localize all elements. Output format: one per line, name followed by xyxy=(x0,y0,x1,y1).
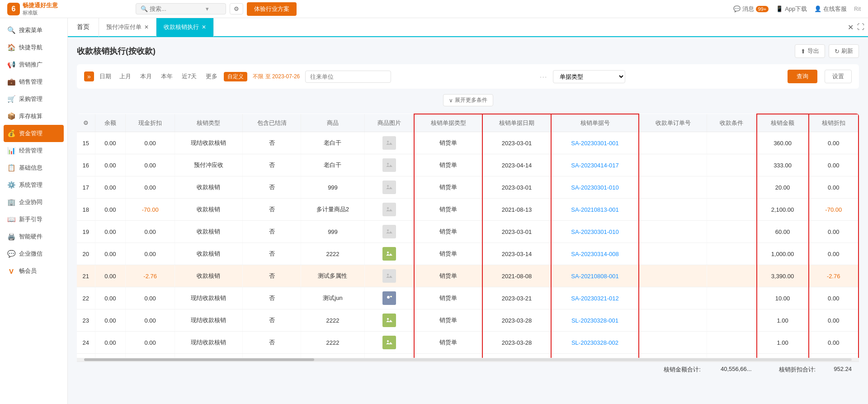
query-button[interactable]: 查询 xyxy=(788,70,817,83)
sidebar-item-business[interactable]: 📊 经营管理 xyxy=(0,142,67,159)
cell-receipt-condition xyxy=(707,132,757,154)
tab-collection[interactable]: 收款核销执行 ✕ xyxy=(156,18,214,37)
cell-hx-doc-no[interactable]: SL-20230328-002 xyxy=(551,332,639,354)
hx-doc-no-link[interactable]: SA-20230301-010 xyxy=(571,228,619,235)
tab-home[interactable]: 首页 xyxy=(68,18,99,37)
cell-product-img xyxy=(364,176,414,199)
hx-doc-no-link[interactable]: SA-20230301-010 xyxy=(571,184,619,191)
cell-cash-discount: 0.00 xyxy=(126,243,175,265)
cell-hx-doc-no[interactable]: SA-20210813-001 xyxy=(551,199,639,221)
th-hx-doc-no: 核销单据号 xyxy=(551,114,639,132)
date-filter-label: 日期 xyxy=(99,72,111,81)
sidebar-item-marketing[interactable]: 📢 营销推广 xyxy=(0,56,67,73)
cell-hx-doc-date: 2023-03-28 xyxy=(482,332,551,354)
cell-hx-doc-no[interactable]: SA-20230331-026 xyxy=(551,354,639,358)
hx-doc-no-link[interactable]: SA-20230414-017 xyxy=(571,162,619,169)
cell-hx-doc-no[interactable]: SL-20230328-001 xyxy=(551,309,639,332)
hx-doc-no-link[interactable]: SL-20230328-002 xyxy=(571,339,618,346)
hx-doc-no-link[interactable]: SA-20230321-012 xyxy=(571,295,619,302)
refresh-icon: ↻ xyxy=(835,48,840,55)
sidebar-item-guide[interactable]: 📖 新手引导 xyxy=(0,211,67,228)
tab-collection-close[interactable]: ✕ xyxy=(202,24,206,30)
sidebar-item-sales[interactable]: 💼 销售管理 xyxy=(0,73,67,90)
search-area[interactable]: 🔍 ▾ xyxy=(136,3,226,14)
doc-type-select[interactable]: 单据类型 xyxy=(553,70,625,83)
tab-maximize-icon[interactable]: ⛶ xyxy=(857,23,864,31)
online-service-label: 在线客服 xyxy=(823,5,847,13)
sidebar-item-baseinfo[interactable]: 📋 基础信息 xyxy=(0,159,67,176)
export-button[interactable]: ⬆ 导出 xyxy=(795,44,825,58)
sidebar-item-wechat[interactable]: 💬 企业微信 xyxy=(0,245,67,262)
this-month-btn[interactable]: 本月 xyxy=(137,71,155,81)
more-btn[interactable]: 更多 xyxy=(203,71,220,81)
cell-product: 2222 xyxy=(301,243,365,265)
sidebar-item-enterprise[interactable]: 🏢 企业协同 xyxy=(0,194,67,211)
recent7-btn[interactable]: 近7天 xyxy=(179,71,199,81)
cell-hx-doc-date: 2023-03-21 xyxy=(482,287,551,309)
cell-product: 999 xyxy=(301,221,365,243)
main-content: 首页 预付冲应付单 ✕ 收款核销执行 ✕ ✕ ⛶ 收款核销执行(按收款) xyxy=(68,18,868,404)
hx-doc-no-link[interactable]: SA-20230301-001 xyxy=(571,140,619,147)
tab-prepay-close[interactable]: ✕ xyxy=(144,24,149,30)
table-header-row: ⚙ 余额 现金折扣 核销类型 包含已结清 商品 商品图片 核销单据类型 核销单据… xyxy=(77,114,859,132)
sidebar-item-inventory[interactable]: 📦 库存核算 xyxy=(0,108,67,125)
last-month-btn[interactable]: 上月 xyxy=(117,71,134,81)
svg-rect-0 xyxy=(385,139,393,147)
cell-cash-discount: 0.00 xyxy=(126,221,175,243)
cell-no: 24 xyxy=(77,332,95,354)
this-year-btn[interactable]: 本年 xyxy=(158,71,175,81)
product-img xyxy=(382,247,396,261)
online-service-item[interactable]: 👤 在线客服 xyxy=(814,5,847,13)
sidebar-item-quicknav[interactable]: 🏠 快捷导航 xyxy=(0,39,67,56)
cell-product: 测试jun xyxy=(301,287,365,309)
table-row: 16 0.00 0.00 预付冲应收 否 老白干 销货单 2023-04-14 … xyxy=(77,154,859,176)
sidebar-item-purchase[interactable]: 🛒 采购管理 xyxy=(0,90,67,108)
sidebar-item-finance[interactable]: 💰 资金管理 xyxy=(4,125,64,142)
refresh-button[interactable]: ↻ 刷新 xyxy=(829,44,859,58)
hx-doc-no-link[interactable]: SA-20210808-001 xyxy=(571,273,619,280)
svg-point-15 xyxy=(387,296,390,299)
filter-expand-button[interactable]: » xyxy=(84,71,94,81)
cell-hx-doc-no[interactable]: SA-20230301-001 xyxy=(551,132,639,154)
cell-hx-doc-no[interactable]: SA-20230414-017 xyxy=(551,154,639,176)
svg-rect-2 xyxy=(385,161,393,169)
cell-hx-doc-no[interactable]: SA-20210808-001 xyxy=(551,265,639,287)
gear-button[interactable]: ⚙ xyxy=(230,3,243,14)
cell-hx-doc-date: 2023-03-01 xyxy=(482,221,551,243)
th-hx-amount: 核销金额 xyxy=(757,114,809,132)
hx-doc-no-link[interactable]: SA-20230314-008 xyxy=(571,251,619,257)
tab-prepay[interactable]: 预付冲应付单 ✕ xyxy=(99,18,156,37)
baseinfo-icon: 📋 xyxy=(7,164,15,172)
sidebar-item-member[interactable]: V 畅会员 xyxy=(0,262,67,280)
cell-hx-doc-no[interactable]: SA-20230301-010 xyxy=(551,221,639,243)
hx-doc-no-link[interactable]: SA-20210813-001 xyxy=(571,206,619,213)
table-wrapper[interactable]: ⚙ 余额 现金折扣 核销类型 包含已结清 商品 商品图片 核销单据类型 核销单据… xyxy=(77,114,859,358)
table-container: ⚙ 余额 现金折扣 核销类型 包含已结清 商品 商品图片 核销单据类型 核销单据… xyxy=(77,114,859,377)
cell-hx-doc-no[interactable]: SA-20230314-008 xyxy=(551,243,639,265)
custom-date-btn[interactable]: 自定义 xyxy=(224,72,247,81)
from-unit-input[interactable] xyxy=(305,71,391,83)
cell-cash-discount: 0.00 xyxy=(126,132,175,154)
cell-hx-doc-no[interactable]: SA-20230321-012 xyxy=(551,287,639,309)
expand-more-button[interactable]: ∨ 展开更多条件 xyxy=(443,94,493,106)
cell-hx-doc-no[interactable]: SA-20230301-010 xyxy=(551,176,639,199)
scroll-bar[interactable] xyxy=(77,358,859,361)
hx-doc-no-link[interactable]: SL-20230328-001 xyxy=(571,317,618,324)
table-row: 19 0.00 0.00 收款核销 否 999 销货单 2023-03-01 S… xyxy=(77,221,859,243)
sidebar-item-label: 基础信息 xyxy=(19,164,42,172)
sidebar-item-search[interactable]: 🔍 搜索菜单 xyxy=(0,22,67,39)
chevron-down-icon[interactable]: ▾ xyxy=(206,5,209,12)
sidebar-item-smarthw[interactable]: 🖨️ 智能硬件 xyxy=(0,228,67,245)
cell-hx-amount: 60.00 xyxy=(757,221,809,243)
message-item[interactable]: 💬 消息 99+ xyxy=(733,5,769,13)
sidebar-item-system[interactable]: ⚙️ 系统管理 xyxy=(0,176,67,194)
tab-close-window-icon[interactable]: ✕ xyxy=(848,23,854,32)
settings-button[interactable]: 设置 xyxy=(825,70,852,83)
logo-icon: 6 xyxy=(7,3,20,15)
app-download-item[interactable]: 📱 App下载 xyxy=(776,5,807,13)
product-img xyxy=(382,336,396,349)
product-img xyxy=(382,203,396,216)
cell-product-img xyxy=(364,309,414,332)
industry-solution-button[interactable]: 体验行业方案 xyxy=(247,2,297,16)
search-input[interactable] xyxy=(150,5,204,12)
